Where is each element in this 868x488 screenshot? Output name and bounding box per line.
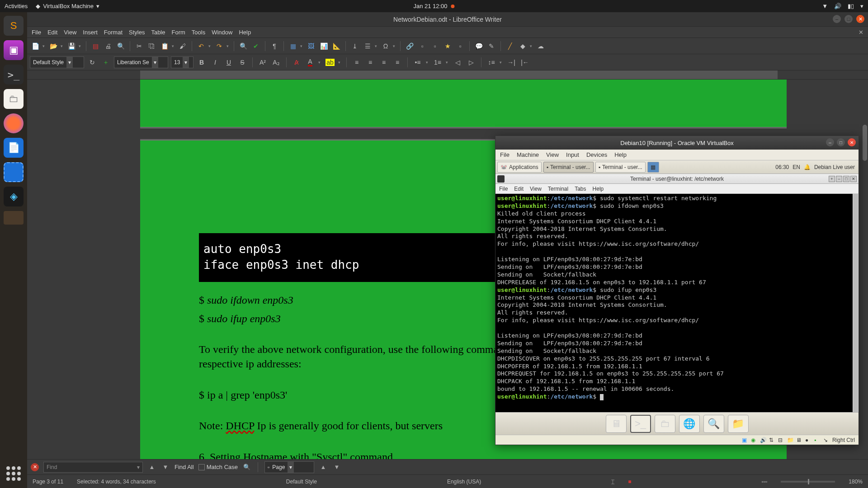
- scrollbar-thumb[interactable]: [863, 125, 867, 161]
- usb-icon[interactable]: ⊟: [778, 437, 784, 443]
- dock-files[interactable]: 🗀: [655, 415, 675, 433]
- vbox-menu-view[interactable]: View: [546, 151, 559, 158]
- new-tab-button[interactable]: +: [829, 176, 835, 182]
- export-pdf-icon[interactable]: ▤: [90, 41, 101, 52]
- vertical-scrollbar[interactable]: [862, 80, 868, 443]
- host-key-label[interactable]: Right Ctrl: [832, 437, 855, 443]
- vbox-titlebar[interactable]: Debian10 [Running] - Oracle VM VirtualBo…: [495, 136, 859, 150]
- insert-table-icon[interactable]: ▦: [288, 41, 298, 52]
- term-menu-edit[interactable]: Edit: [514, 186, 524, 192]
- align-right-icon[interactable]: ≡: [378, 57, 389, 68]
- footnote-icon[interactable]: ▫: [417, 41, 428, 52]
- bold-icon[interactable]: B: [196, 57, 207, 68]
- optical-icon[interactable]: ◉: [751, 437, 757, 443]
- clock[interactable]: Jan 21 12:00: [413, 3, 447, 9]
- page-count[interactable]: Page 3 of 11: [33, 479, 63, 485]
- find-next-button[interactable]: ▼: [161, 463, 170, 472]
- insert-image-icon[interactable]: 🖼: [306, 41, 316, 52]
- comment-icon[interactable]: 💬: [473, 41, 484, 52]
- align-left-icon[interactable]: ≡: [351, 57, 362, 68]
- formatting-marks-icon[interactable]: ¶: [269, 41, 280, 52]
- outdent-icon[interactable]: ◁: [452, 57, 463, 68]
- menu-window[interactable]: Window: [212, 29, 232, 36]
- taskbar-item-terminal-1[interactable]: ▪ Terminal - user...: [543, 162, 594, 173]
- maximize-button[interactable]: □: [843, 176, 849, 182]
- match-case-checkbox[interactable]: Match Case: [198, 464, 238, 471]
- zoom-value[interactable]: 180%: [849, 479, 863, 485]
- chevron-down-icon[interactable]: ▾: [860, 3, 863, 9]
- keyboard-layout[interactable]: EN: [793, 164, 800, 170]
- horizontal-ruler[interactable]: [27, 70, 868, 80]
- page-break-icon[interactable]: ⤓: [349, 41, 360, 52]
- terminal-output[interactable]: user@linuxhint:/etc/network$ sudo system…: [495, 194, 859, 412]
- page-style[interactable]: Default Style: [286, 479, 317, 485]
- paragraph-style-combo[interactable]: Default Style ▾: [30, 56, 84, 68]
- language[interactable]: English (USA): [447, 479, 481, 485]
- launcher-sublime[interactable]: S: [4, 16, 24, 36]
- menu-styles[interactable]: Styles: [129, 29, 145, 36]
- recording-icon[interactable]: ●: [805, 437, 811, 443]
- update-style-icon[interactable]: ↻: [87, 57, 98, 68]
- zoom-slider[interactable]: [781, 481, 835, 483]
- print-preview-icon[interactable]: 🔍: [115, 41, 126, 52]
- navigate-by-combo[interactable]: ▫ Page ▾: [264, 461, 314, 473]
- close-button[interactable]: ✕: [850, 176, 857, 182]
- hyperlink-icon[interactable]: 🔗: [404, 41, 415, 52]
- underline-icon[interactable]: U: [223, 57, 234, 68]
- dock-folder[interactable]: 📁: [728, 415, 749, 433]
- paste-icon[interactable]: 📋: [159, 41, 170, 52]
- term-menu-tabs[interactable]: Tabs: [575, 186, 586, 192]
- find-replace-icon[interactable]: 🔍: [238, 41, 249, 52]
- subscript-icon[interactable]: A₂: [271, 57, 282, 68]
- workspace-switcher[interactable]: ▦: [647, 162, 659, 173]
- audio-icon[interactable]: 🔊: [760, 437, 766, 443]
- insert-textbox-icon[interactable]: 📐: [331, 41, 342, 52]
- window-titlebar[interactable]: NetworkDebian.odt - LibreOffice Writer –…: [27, 12, 868, 27]
- superscript-icon[interactable]: A²: [257, 57, 268, 68]
- font-size-combo[interactable]: 13 ▾: [171, 56, 193, 68]
- indent-icon[interactable]: ▷: [466, 57, 476, 68]
- close-button[interactable]: ✕: [848, 138, 856, 146]
- launcher-firefox[interactable]: [4, 113, 24, 133]
- menu-insert[interactable]: Insert: [83, 29, 98, 36]
- find-options-icon[interactable]: 🔍: [242, 463, 251, 472]
- find-prev-button[interactable]: ▲: [147, 463, 156, 472]
- cross-ref-icon[interactable]: ▫: [455, 41, 466, 52]
- shape-icon[interactable]: ◆: [517, 41, 528, 52]
- font-name-combo[interactable]: Liberation Se ▾: [114, 56, 168, 68]
- close-document-button[interactable]: ✕: [859, 29, 863, 36]
- draw-icon[interactable]: ☁: [535, 41, 546, 52]
- vbox-menu-input[interactable]: Input: [566, 151, 579, 158]
- endnote-icon[interactable]: ▫: [429, 41, 440, 52]
- print-icon[interactable]: 🖨: [103, 41, 113, 52]
- launcher-files[interactable]: 🗀: [4, 89, 24, 109]
- dock-browser[interactable]: 🌐: [679, 415, 700, 433]
- menu-view[interactable]: View: [64, 29, 76, 36]
- cut-icon[interactable]: ✂: [134, 41, 145, 52]
- chevron-down-icon[interactable]: ▾: [137, 464, 140, 470]
- bullet-list-icon[interactable]: •≡: [412, 57, 423, 68]
- term-menu-terminal[interactable]: Terminal: [548, 186, 568, 192]
- copy-icon[interactable]: ⿻: [146, 41, 157, 52]
- terminal-titlebar[interactable]: Terminal - user@linuxhint: /etc/network …: [495, 174, 859, 184]
- shared-folder-icon[interactable]: 📁: [787, 437, 793, 443]
- align-center-icon[interactable]: ≡: [365, 57, 376, 68]
- align-justify-icon[interactable]: ≡: [392, 57, 403, 68]
- volume-icon[interactable]: 🔊: [834, 3, 841, 9]
- save-icon[interactable]: 💾: [66, 41, 77, 52]
- menu-table[interactable]: Table: [151, 29, 165, 36]
- minimize-button[interactable]: –: [833, 15, 841, 23]
- find-input[interactable]: Find ▾: [43, 462, 143, 473]
- launcher-desktop-preview[interactable]: [4, 211, 24, 225]
- cpu-icon[interactable]: ▪: [814, 437, 821, 443]
- clear-format-icon[interactable]: A̷: [291, 57, 302, 68]
- app-menu[interactable]: ◆ VirtualBox Machine ▾: [36, 3, 99, 9]
- clock[interactable]: 06:30: [775, 164, 789, 170]
- vbox-menu-help[interactable]: Help: [614, 151, 627, 158]
- launcher-writer[interactable]: 📄: [4, 138, 24, 158]
- highlight-icon[interactable]: ab: [325, 57, 335, 68]
- minimize-button[interactable]: –: [836, 176, 842, 182]
- menu-help[interactable]: Help: [239, 29, 251, 36]
- taskbar-item-terminal-2[interactable]: ▪ Terminal - user...: [595, 162, 646, 173]
- view-layout-icons[interactable]: ▫▫▫: [762, 479, 768, 485]
